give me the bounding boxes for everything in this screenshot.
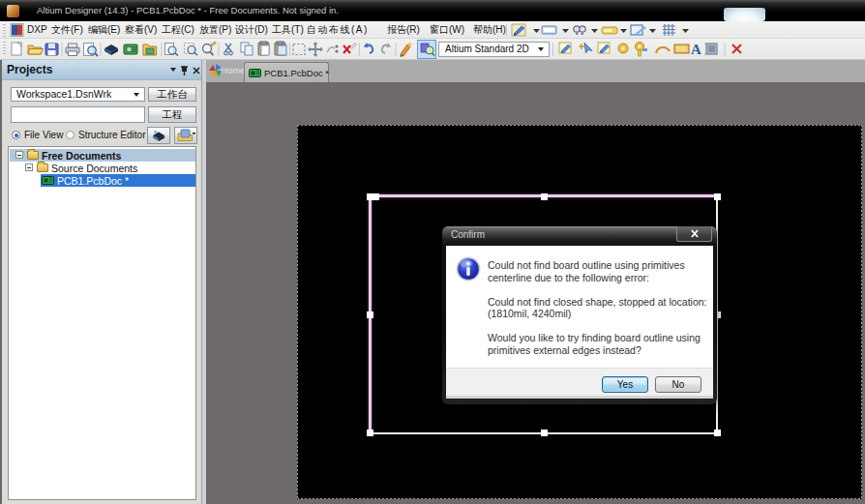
svg-text:A: A — [691, 42, 701, 57]
